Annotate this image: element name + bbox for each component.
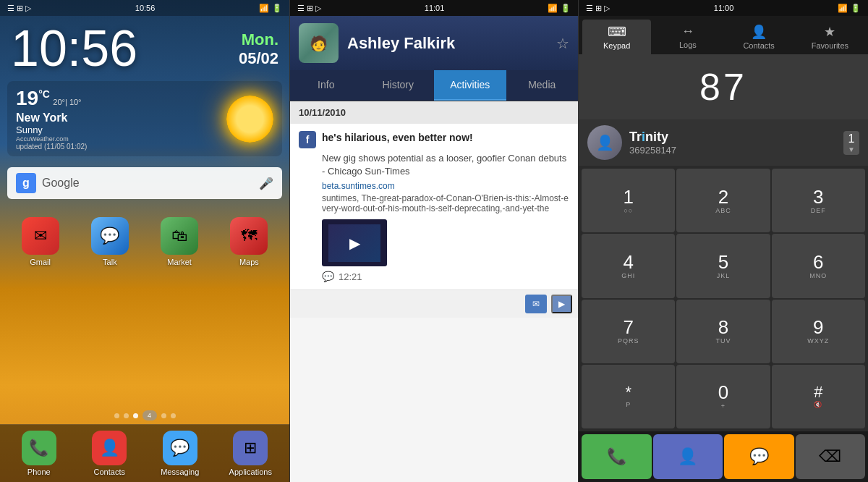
activity-message-button[interactable]: ✉ (525, 295, 547, 313)
tab-activities[interactable]: Activities (434, 70, 506, 101)
contact-avatar: 🧑 (299, 23, 339, 63)
dial-key-9[interactable]: 9 WXYZ (772, 300, 865, 363)
phone-tab-logs[interactable]: ↔ Logs (653, 20, 722, 54)
dial-star-sub: P (626, 401, 631, 408)
dial-key-star[interactable]: * P (582, 365, 675, 428)
battery-icon: 🔋 (272, 4, 282, 13)
app-talk[interactable]: 💬 Talk (77, 213, 142, 399)
tab-media[interactable]: Media (506, 70, 579, 101)
phone-action-bar: 📞 👤 💬 ⌫ (579, 431, 868, 482)
tab-info[interactable]: Info (290, 70, 362, 101)
call-button[interactable]: 📞 (582, 434, 652, 479)
clock-date: Mon. 05/02 (239, 30, 278, 68)
dial-1-sub: ○○ (624, 207, 633, 214)
caller-number: 369258147 (629, 145, 836, 156)
app-maps-label: Maps (239, 258, 259, 266)
dock-apps-label: Applications (229, 468, 272, 476)
dial-4-sub: GHI (621, 272, 635, 279)
dial-hash-sub: 🔇 (814, 401, 822, 408)
weather-condition: Sunny (16, 124, 87, 135)
activity-arrow-button[interactable]: ▶ (551, 295, 572, 313)
caller-name: Trinity (629, 130, 836, 145)
dial-7-sub: PQRS (618, 337, 639, 344)
dial-key-7[interactable]: 7 PQRS (582, 300, 675, 363)
activity-platform-icon: 💬 (322, 271, 334, 282)
signal-icon: 📶 (259, 4, 269, 13)
dial-2-sub: ABC (715, 207, 731, 214)
contact-name: Ashley Falkirk (347, 34, 548, 53)
dial-key-3[interactable]: 3 DEF (772, 169, 865, 232)
dock-contacts-label: Contacts (94, 468, 125, 476)
phone-tab-contacts[interactable]: 👤 Contacts (725, 20, 793, 54)
mic-icon[interactable]: 🎤 (259, 177, 273, 190)
weather-city: New York (16, 111, 87, 124)
tab-history[interactable]: History (362, 70, 435, 101)
dial-4-main: 4 (623, 253, 633, 271)
dial-5-sub: JKL (717, 272, 731, 279)
clock-monthday: 05/02 (239, 49, 278, 68)
keypad-label: Keypad (603, 41, 630, 50)
page-dot-badge: 4 (142, 410, 157, 420)
contacts-status-left: ☰ ⊞ ▷ (297, 4, 321, 13)
page-dot-2 (124, 413, 129, 418)
dial-key-0[interactable]: 0 + (676, 365, 770, 428)
dock-messaging-icon: 💬 (163, 431, 197, 465)
dial-key-2[interactable]: 2 ABC (676, 169, 770, 232)
dial-key-4[interactable]: 4 GHI (582, 234, 675, 297)
activity-time-row: 💬 12:21 (322, 271, 569, 282)
phone-tab-favourites[interactable]: ★ Favourites (796, 20, 864, 54)
weather-info: 19°C 20°| 10° New York Sunny AccuWeather… (16, 87, 87, 151)
activity-link[interactable]: beta.suntimes.com (322, 181, 569, 191)
dock-messaging[interactable]: 💬 Messaging (145, 431, 216, 476)
dial-key-5[interactable]: 5 JKL (676, 234, 770, 297)
google-brand: Google (42, 177, 253, 190)
clock-time: 10:56 (11, 23, 137, 74)
contacts-tab-icon: 👤 (751, 24, 767, 40)
home-screen-panel: ☰ ⊞ ▷ 10:56 📶 🔋 10:56 Mon. 05/02 19°C 20… (0, 0, 289, 482)
dial-0-main: 0 (718, 383, 728, 402)
clock-day: Mon. (239, 30, 278, 49)
google-logo: g (16, 173, 36, 193)
page-dot-1 (114, 413, 119, 418)
activity-long-text: suntimes, The-great-paradox-of-Conan-O'B… (322, 193, 569, 213)
dial-9-sub: WXYZ (807, 337, 829, 344)
app-gmail-label: Gmail (30, 258, 51, 266)
maps-icon: 🗺 (230, 217, 268, 255)
dial-star-main: * (625, 384, 631, 400)
dial-3-main: 3 (813, 187, 823, 206)
contact-tabs: Info History Activities Media (290, 70, 578, 101)
google-search-bar[interactable]: g Google 🎤 (7, 167, 282, 199)
caller-info: 👤 Trinity 369258147 1 ▼ (579, 119, 868, 166)
dock-phone[interactable]: 📞 Phone (4, 431, 75, 476)
contacts-action-button[interactable]: 👤 (653, 434, 723, 479)
message-action-button[interactable]: 💬 (724, 434, 794, 479)
phone-status-time: 11:00 (714, 4, 734, 12)
dial-key-8[interactable]: 8 TUV (676, 300, 770, 363)
delete-button[interactable]: ⌫ (796, 434, 866, 479)
contact-favorite-star[interactable]: ☆ (556, 35, 569, 52)
contacts-status-time: 11:01 (425, 4, 445, 12)
app-grid: ✉ Gmail 💬 Talk 🛍 Market 🗺 Maps (0, 206, 289, 407)
home-status-bar: ☰ ⊞ ▷ 10:56 📶 🔋 (0, 0, 289, 16)
dock-apps[interactable]: ⊞ Applications (216, 431, 286, 476)
dial-key-6[interactable]: 6 MNO (772, 234, 865, 297)
dial-key-1[interactable]: 1 ○○ (582, 169, 675, 232)
dial-6-main: 6 (813, 253, 823, 271)
app-market[interactable]: 🛍 Market (147, 213, 213, 399)
dock-contacts[interactable]: 👤 Contacts (75, 431, 145, 476)
app-gmail[interactable]: ✉ Gmail (7, 213, 73, 399)
phone-signal-icon: 📶 (838, 4, 848, 13)
weather-range: 20°| 10° (53, 98, 81, 106)
app-maps[interactable]: 🗺 Maps (216, 213, 282, 399)
caller-details: Trinity 369258147 (629, 130, 836, 156)
logs-icon: ↔ (681, 24, 694, 39)
dial-8-sub: TUV (715, 337, 731, 344)
dial-3-sub: DEF (811, 207, 826, 214)
market-icon: 🛍 (161, 217, 198, 255)
activity-date: 10/11/2010 (290, 101, 578, 124)
activity-top-row: f he's hilarious, even better now! (299, 131, 569, 148)
activity-actions: ✉ ▶ (290, 290, 578, 318)
phone-status-right: 📶 🔋 (838, 4, 861, 13)
dial-key-hash[interactable]: # 🔇 (772, 365, 865, 428)
phone-tab-keypad[interactable]: ⌨ Keypad (582, 20, 651, 54)
